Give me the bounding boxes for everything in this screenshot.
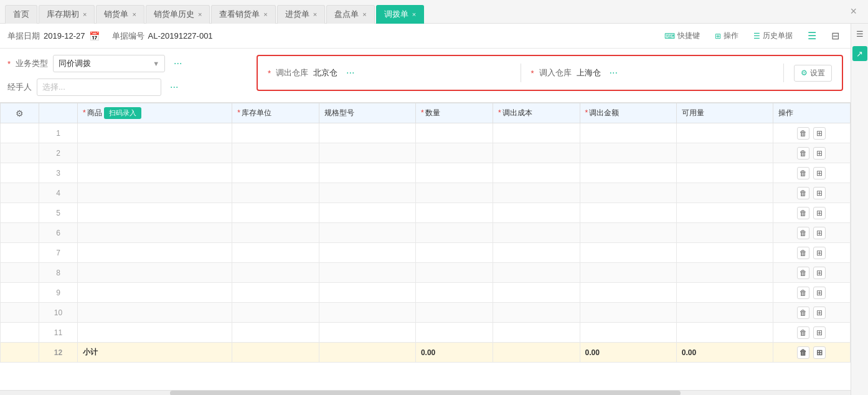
row-product-cell[interactable] xyxy=(78,143,232,163)
tab-inventory-init-close[interactable]: × xyxy=(83,11,87,18)
row-qty-cell[interactable] xyxy=(415,163,493,183)
row-amount-cell[interactable] xyxy=(580,143,676,163)
scan-button[interactable]: 扫码录入 xyxy=(104,107,141,119)
row-qty-cell[interactable] xyxy=(415,123,493,143)
row-spec-cell[interactable] xyxy=(319,203,415,223)
row-available-cell[interactable] xyxy=(676,223,773,243)
row-amount-cell[interactable] xyxy=(580,203,676,223)
row-available-cell[interactable] xyxy=(676,203,773,223)
tab-transfer-order[interactable]: 调拨单 × xyxy=(376,5,424,24)
view-toggle-grid[interactable]: ⊟ xyxy=(828,29,843,43)
delete-icon[interactable]: 🗑 xyxy=(797,247,809,259)
tab-purchase-order-close[interactable]: × xyxy=(313,11,317,18)
row-unit-cell[interactable] xyxy=(232,263,319,283)
row-qty-cell[interactable] xyxy=(415,263,493,283)
row-spec-cell[interactable] xyxy=(319,323,415,343)
business-type-select[interactable]: 同价调拨 ▼ xyxy=(53,55,165,72)
row-available-cell[interactable] xyxy=(676,283,773,303)
copy-icon[interactable]: ⊞ xyxy=(813,227,826,239)
row-amount-cell[interactable] xyxy=(580,123,676,143)
handler-more[interactable]: ··· xyxy=(170,82,178,93)
row-product-cell[interactable] xyxy=(78,283,232,303)
row-cost-cell[interactable] xyxy=(493,263,580,283)
view-toggle-list[interactable]: ☰ xyxy=(804,29,820,43)
row-product-cell[interactable] xyxy=(78,163,232,183)
tab-purchase-order[interactable]: 进货单 × xyxy=(277,5,325,24)
copy-icon[interactable]: ⊞ xyxy=(813,207,826,219)
row-cost-cell[interactable] xyxy=(493,183,580,203)
shortcuts-button[interactable]: ⌨ 快捷键 xyxy=(661,29,704,42)
copy-icon[interactable]: ⊞ xyxy=(813,147,826,159)
row-cost-cell[interactable] xyxy=(493,143,580,163)
row-available-cell[interactable] xyxy=(676,243,773,263)
row-cost-cell[interactable] xyxy=(493,203,580,223)
tab-view-sales[interactable]: 查看销货单 × xyxy=(211,5,275,24)
tab-inventory-count-close[interactable]: × xyxy=(362,11,366,18)
row-product-cell[interactable] xyxy=(78,203,232,223)
delete-icon[interactable]: 🗑 xyxy=(797,326,809,339)
row-cost-cell[interactable] xyxy=(493,303,580,323)
row-unit-cell[interactable] xyxy=(232,223,319,243)
row-unit-cell[interactable] xyxy=(232,143,319,163)
delete-icon[interactable]: 🗑 xyxy=(797,227,809,239)
row-available-cell[interactable] xyxy=(676,143,773,163)
row-qty-cell[interactable] xyxy=(415,303,493,323)
tab-sales-order-close[interactable]: × xyxy=(132,11,136,18)
row-product-cell[interactable] xyxy=(78,303,232,323)
row-spec-cell[interactable] xyxy=(319,303,415,323)
column-settings-icon[interactable]: ⚙ xyxy=(16,108,24,118)
copy-icon[interactable]: ⊞ xyxy=(813,127,826,140)
tab-inventory-init[interactable]: 库存期初 × xyxy=(39,5,95,24)
row-amount-cell[interactable] xyxy=(580,183,676,203)
row-available-cell[interactable] xyxy=(676,303,773,323)
row-amount-cell[interactable] xyxy=(580,243,676,263)
row-cost-cell[interactable] xyxy=(493,243,580,263)
row-spec-cell[interactable] xyxy=(319,183,415,203)
row-amount-cell[interactable] xyxy=(580,163,676,183)
row-spec-cell[interactable] xyxy=(319,163,415,183)
row-unit-cell[interactable] xyxy=(232,323,319,343)
subtotal-delete-icon[interactable]: 🗑 xyxy=(797,346,809,359)
sidebar-export-icon[interactable]: ↗ xyxy=(852,46,867,61)
row-cost-cell[interactable] xyxy=(493,323,580,343)
copy-icon[interactable]: ⊞ xyxy=(813,326,826,339)
calendar-icon[interactable]: 📅 xyxy=(89,31,100,41)
row-amount-cell[interactable] xyxy=(580,283,676,303)
tab-view-sales-close[interactable]: × xyxy=(263,11,267,18)
row-available-cell[interactable] xyxy=(676,263,773,283)
business-type-more[interactable]: ··· xyxy=(174,58,182,69)
row-qty-cell[interactable] xyxy=(415,283,493,303)
copy-icon[interactable]: ⊞ xyxy=(813,287,826,299)
copy-icon[interactable]: ⊞ xyxy=(813,247,826,259)
row-product-cell[interactable] xyxy=(78,123,232,143)
row-product-cell[interactable] xyxy=(78,263,232,283)
row-unit-cell[interactable] xyxy=(232,163,319,183)
row-qty-cell[interactable] xyxy=(415,203,493,223)
settings-button[interactable]: ⚙ 设置 xyxy=(794,65,832,82)
warehouse-in-more[interactable]: ··· xyxy=(610,67,618,79)
copy-icon[interactable]: ⊞ xyxy=(813,167,826,179)
delete-icon[interactable]: 🗑 xyxy=(797,167,809,179)
row-product-cell[interactable] xyxy=(78,243,232,263)
row-spec-cell[interactable] xyxy=(319,223,415,243)
scrollbar-track[interactable] xyxy=(0,390,851,395)
row-available-cell[interactable] xyxy=(676,123,773,143)
row-amount-cell[interactable] xyxy=(580,223,676,243)
delete-icon[interactable]: 🗑 xyxy=(797,287,809,299)
row-available-cell[interactable] xyxy=(676,323,773,343)
row-spec-cell[interactable] xyxy=(319,143,415,163)
tab-sales-history[interactable]: 销货单历史 × xyxy=(146,5,210,24)
handler-select[interactable]: 选择... xyxy=(37,79,161,96)
warehouse-out-more[interactable]: ··· xyxy=(346,67,354,79)
row-qty-cell[interactable] xyxy=(415,243,493,263)
tab-inventory-count[interactable]: 盘点单 × xyxy=(326,5,374,24)
row-unit-cell[interactable] xyxy=(232,203,319,223)
delete-icon[interactable]: 🗑 xyxy=(797,307,809,319)
delete-icon[interactable]: 🗑 xyxy=(797,187,809,199)
row-product-cell[interactable] xyxy=(78,183,232,203)
row-product-cell[interactable] xyxy=(78,323,232,343)
delete-icon[interactable]: 🗑 xyxy=(797,127,809,140)
history-button[interactable]: ☰ 历史单据 xyxy=(750,29,796,42)
subtotal-copy-icon[interactable]: ⊞ xyxy=(813,346,826,359)
copy-icon[interactable]: ⊞ xyxy=(813,187,826,199)
